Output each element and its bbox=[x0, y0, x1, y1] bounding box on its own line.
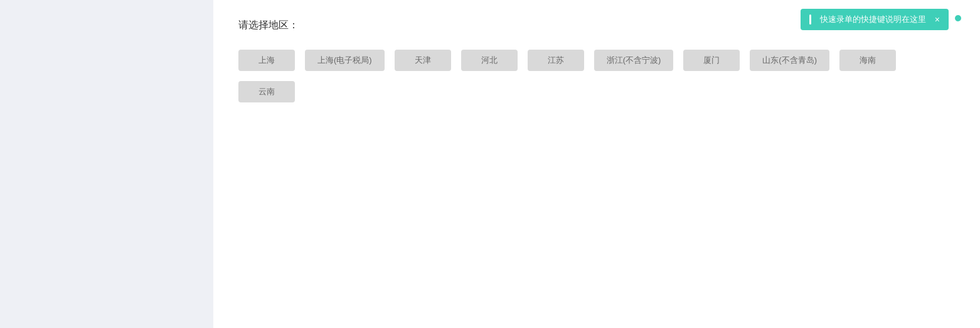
region-buttons: 上海上海(电子税局)天津河北江苏浙江(不含宁波)厦门山东(不含青岛)海南云南 bbox=[238, 50, 955, 102]
tooltip-indicator-dot bbox=[955, 15, 961, 21]
region-button-shanghai[interactable]: 上海 bbox=[238, 50, 295, 71]
region-button-yunnan[interactable]: 云南 bbox=[238, 81, 295, 102]
tooltip-text: 快速录单的快捷键说明在这里 bbox=[820, 14, 926, 25]
region-button-jiangsu[interactable]: 江苏 bbox=[528, 50, 584, 71]
region-button-shanghai-etax[interactable]: 上海(电子税局) bbox=[305, 50, 385, 71]
main-content: 请选择地区： 上海上海(电子税局)天津河北江苏浙江(不含宁波)厦门山东(不含青岛… bbox=[213, 0, 980, 328]
region-button-zhejiang[interactable]: 浙江(不含宁波) bbox=[594, 50, 674, 71]
region-button-xiamen[interactable]: 厦门 bbox=[683, 50, 740, 71]
region-button-hainan[interactable]: 海南 bbox=[839, 50, 896, 71]
region-button-tianjin[interactable]: 天津 bbox=[395, 50, 451, 71]
tooltip-banner: 快速录单的快捷键说明在这里 × bbox=[801, 9, 949, 30]
region-button-hebei[interactable]: 河北 bbox=[461, 50, 518, 71]
left-sidebar bbox=[0, 0, 213, 328]
region-button-shandong[interactable]: 山东(不含青岛) bbox=[750, 50, 829, 71]
tooltip-close-button[interactable]: × bbox=[935, 14, 940, 25]
